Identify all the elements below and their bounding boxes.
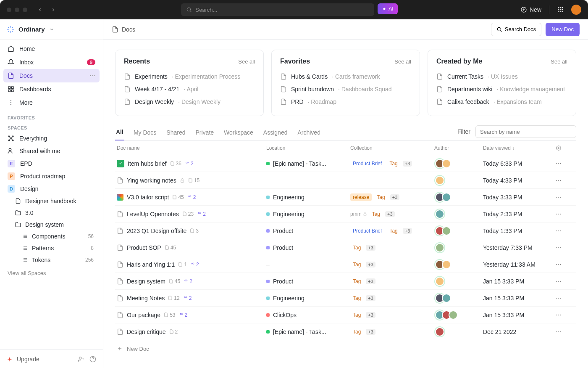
tag-chip[interactable]: Tag: [374, 193, 387, 201]
sub-patterns[interactable]: Patterns 8: [0, 242, 103, 254]
name-search-input[interactable]: [475, 125, 576, 138]
row-actions[interactable]: ⋯: [550, 278, 567, 285]
table-row[interactable]: Design system452 Product Tag+3 Jan 15 3:…: [115, 273, 576, 290]
tag-chip[interactable]: Tag: [350, 328, 363, 336]
forward-button[interactable]: [48, 5, 58, 15]
ai-button[interactable]: AI: [378, 3, 397, 14]
tag-chip[interactable]: Tag: [387, 227, 400, 235]
nav-inbox[interactable]: Inbox 9: [3, 56, 100, 69]
add-column-button[interactable]: [550, 145, 567, 151]
collection-chip[interactable]: release: [350, 193, 372, 201]
row-actions[interactable]: ⋯: [550, 328, 567, 335]
row-actions[interactable]: ⋯: [550, 160, 567, 167]
tag-chip[interactable]: Tag: [350, 244, 363, 252]
upgrade-link[interactable]: Upgrade: [17, 356, 39, 363]
space-everything[interactable]: Everything: [0, 132, 103, 145]
sub-components[interactable]: Components 56: [0, 230, 103, 242]
search-docs-button[interactable]: Search Docs: [491, 23, 541, 36]
new-doc-button[interactable]: New Doc: [546, 23, 580, 36]
row-actions[interactable]: ⋯: [550, 295, 567, 302]
sub-handbook[interactable]: Designer handbook: [0, 195, 103, 207]
card-item[interactable]: Departments wiki · Knowledge management: [436, 83, 567, 95]
sub-tokens[interactable]: Tokens 256: [0, 254, 103, 266]
more-tags[interactable]: +3: [366, 329, 375, 335]
authors[interactable]: [434, 260, 451, 269]
more-icon[interactable]: ⋯: [89, 72, 95, 79]
tab-shared[interactable]: Shared: [165, 126, 186, 140]
table-row[interactable]: Ying working notes15 – – Today 4:33 PM ⋯: [115, 172, 576, 189]
window-controls[interactable]: [7, 8, 27, 12]
card-item[interactable]: Current Tasks · UX Issues: [436, 70, 567, 83]
row-actions[interactable]: ⋯: [550, 194, 567, 201]
new-button[interactable]: New: [520, 6, 541, 13]
more-tags[interactable]: +3: [366, 245, 375, 251]
tag-chip[interactable]: Tag: [387, 160, 400, 167]
col-date[interactable]: Date viewed ↓: [483, 145, 550, 151]
more-tags[interactable]: +3: [385, 211, 395, 217]
card-item[interactable]: Calixa feedback · Expansions team: [436, 95, 567, 108]
row-actions[interactable]: ⋯: [550, 261, 567, 268]
space-epd[interactable]: E EPD: [0, 157, 103, 170]
authors[interactable]: [434, 294, 451, 303]
authors[interactable]: [434, 327, 444, 336]
more-tags[interactable]: +3: [403, 228, 412, 234]
card-item[interactable]: Experiments · Experimentation Process: [124, 70, 255, 83]
tab-workspace[interactable]: Workspace: [223, 126, 254, 140]
more-tags[interactable]: +3: [366, 278, 375, 284]
nav-docs[interactable]: Docs ⋯: [3, 69, 100, 82]
user-avatar[interactable]: [571, 5, 581, 15]
more-tags[interactable]: +3: [366, 262, 375, 267]
card-item[interactable]: Hubs & Cards · Cards framework: [280, 70, 411, 83]
col-name[interactable]: Doc name: [115, 145, 266, 151]
col-author[interactable]: Author: [434, 145, 483, 151]
table-row[interactable]: ✓Item hubs brief362 [Epic name] - Task..…: [115, 155, 576, 172]
collection-chip[interactable]: Product Brief: [350, 160, 384, 167]
workspace-switcher[interactable]: Ordinary: [0, 19, 103, 40]
tag-chip[interactable]: Tag: [350, 261, 363, 268]
row-actions[interactable]: ⋯: [550, 228, 567, 234]
collection-chip[interactable]: Product Brief: [350, 227, 384, 235]
authors[interactable]: [434, 209, 444, 219]
help-icon[interactable]: [89, 356, 96, 363]
authors[interactable]: [434, 310, 458, 320]
tag-chip[interactable]: Tag: [350, 311, 363, 319]
nav-more[interactable]: More: [3, 96, 100, 109]
row-actions[interactable]: ⋯: [550, 244, 567, 251]
tab-private[interactable]: Private: [195, 126, 215, 140]
space-roadmap[interactable]: P Product roadmap: [0, 170, 103, 183]
authors[interactable]: [434, 243, 444, 252]
tag-chip[interactable]: Tag: [350, 278, 363, 285]
space-design[interactable]: D Design: [0, 183, 103, 195]
nav-home[interactable]: Home: [3, 42, 100, 56]
table-row[interactable]: Design critique2 [Epic name] - Task... T…: [115, 323, 576, 340]
authors[interactable]: [434, 226, 451, 236]
tab-all[interactable]: All: [115, 125, 124, 140]
back-button[interactable]: [35, 5, 45, 15]
col-collection[interactable]: Collection: [350, 145, 434, 151]
row-actions[interactable]: ⋯: [550, 177, 567, 184]
space-shared[interactable]: Shared with me: [0, 145, 103, 157]
see-all-link[interactable]: See all: [238, 58, 255, 65]
tab-mydocs[interactable]: My Docs: [133, 126, 157, 140]
card-item[interactable]: Design Weekly · Design Weekly: [124, 95, 255, 108]
more-tags[interactable]: +3: [366, 312, 375, 318]
tag-chip[interactable]: Tag: [370, 210, 383, 218]
table-row[interactable]: Haris and Ying 1:112 – Tag+3 Yesterday 1…: [115, 256, 576, 273]
tag-chip[interactable]: Tag: [350, 294, 363, 302]
row-actions[interactable]: ⋯: [550, 312, 567, 318]
see-all-link[interactable]: See all: [551, 58, 567, 65]
table-row[interactable]: Product SOP45 Product Tag+3 Yesterday 7:…: [115, 239, 576, 256]
see-all-link[interactable]: See all: [394, 58, 411, 65]
authors[interactable]: [434, 193, 451, 202]
table-row[interactable]: V3.0 tailor script452 Engineering releas…: [115, 189, 576, 206]
global-search[interactable]: Search...: [181, 3, 374, 16]
row-actions[interactable]: ⋯: [550, 211, 567, 217]
view-all-spaces[interactable]: View all Spaces: [0, 266, 103, 281]
table-row[interactable]: Meeting Notes122 Engineering Tag+3 Jan 1…: [115, 290, 576, 307]
sub-designsystem[interactable]: Design system: [0, 219, 103, 230]
table-row[interactable]: 2023 Q1 Design offsite3 Product Product …: [115, 222, 576, 239]
authors[interactable]: [434, 159, 451, 168]
more-tags[interactable]: +3: [403, 161, 412, 167]
sub-v30[interactable]: 3.0: [0, 207, 103, 219]
more-tags[interactable]: +3: [366, 295, 375, 301]
